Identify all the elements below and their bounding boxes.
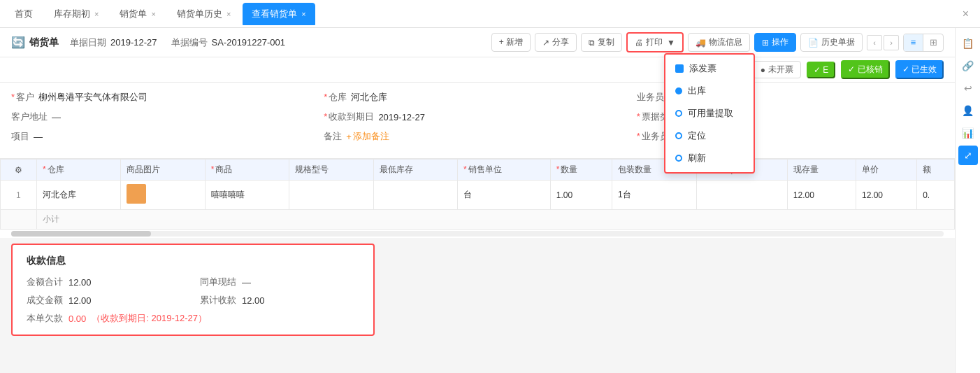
form-row-1: 客户 柳州粤港平安气体有限公司 仓库 河北仓库 业务员 演示账号 [11, 91, 944, 104]
row-warehouse: 河北仓库 [36, 181, 120, 210]
next-button[interactable]: › [884, 35, 899, 50]
effective-status-button[interactable]: ✓ 已生效 [895, 60, 944, 79]
current-owed-label: 本单欠款 [27, 312, 63, 325]
right-sidebar: 📋 🔗 ↩ 👤 📊 ⤢ [955, 28, 980, 373]
tab-inventory-init-close[interactable]: × [94, 10, 99, 18]
print-button[interactable]: 🖨 打印 ▼ [626, 32, 684, 52]
invoice-status-button[interactable]: ● 未开票 [753, 61, 801, 78]
new-button[interactable]: + 新增 [491, 33, 531, 52]
address-field: 客户地址 — [11, 111, 318, 123]
tab-view-sales[interactable]: 查看销货单 × [243, 3, 315, 25]
tab-view-sales-close[interactable]: × [301, 10, 305, 18]
doc-date-value: 2019-12-27 [110, 37, 157, 48]
list-view-button[interactable]: ≡ [904, 34, 923, 51]
tab-sales-order[interactable]: 销货单 × [110, 3, 164, 25]
invoice-status-label: 未开票 [768, 64, 793, 76]
menu-item-available-pickup-label: 可用量提取 [688, 107, 733, 120]
col-min-stock: 最低库存 [373, 160, 457, 181]
check-e-button[interactable]: ✓ E [807, 62, 835, 78]
warehouse-field: 仓库 河北仓库 [324, 91, 630, 104]
scroll-thumb [11, 231, 151, 237]
col-quantity: 数量 [550, 160, 612, 181]
doc-date-label: 单据日期 [70, 36, 106, 49]
share-icon: ↗ [542, 38, 549, 48]
check-icon: ✓ [848, 64, 855, 74]
row-index: 1 [1, 181, 37, 210]
sidebar-link-icon[interactable]: 🔗 [958, 56, 978, 76]
print-dropdown-arrow: ▼ [667, 38, 675, 48]
share-button-label: 分享 [552, 36, 569, 48]
tab-sales-history[interactable]: 销货单历史 × [168, 3, 240, 25]
tab-home[interactable]: 首页 [6, 3, 42, 25]
staff-label: 业务员 [637, 91, 664, 104]
tab-sales-order-label: 销货单 [120, 8, 147, 20]
sidebar-chart-icon[interactable]: 📊 [958, 123, 978, 143]
project-label: 项目 [11, 130, 29, 143]
col-product-img: 商品图片 [121, 160, 205, 181]
note-field: 备注 + 添加备注 [324, 130, 630, 143]
project-field: 项目 — [11, 130, 318, 143]
history-button[interactable]: 📄 历史单据 [800, 33, 863, 52]
prev-button[interactable]: ‹ [867, 35, 882, 50]
check-e-label: ✓ E [814, 65, 828, 75]
verified-label: 已核销 [858, 64, 883, 74]
due-date-value: 2019-12-27 [378, 112, 425, 122]
same-order-label: 同单现结 [200, 276, 236, 288]
col-unit: 销售单位 [457, 160, 550, 181]
menu-item-outbound[interactable]: 出库 [665, 80, 754, 102]
form-row-2: 客户地址 — 收款到期日 2019-12-27 票据类型 不开票 [11, 111, 944, 123]
cumulative-receipt-label: 累计收款 [200, 294, 236, 307]
outbound-icon [675, 87, 682, 94]
add-note-label: 添加备注 [353, 130, 389, 143]
view-toggle: ≡ ⊞ [903, 34, 944, 52]
sales-order-icon: 🔄 [11, 36, 25, 49]
cumulative-receipt-item: 累计收款 12.00 [200, 294, 359, 307]
sidebar-doc-icon[interactable]: 📋 [958, 34, 978, 53]
col-warehouse: 仓库 [36, 160, 120, 181]
row-available [696, 181, 787, 210]
doc-title: 🔄 销货单 [11, 36, 59, 49]
refresh-icon [675, 155, 682, 162]
logistics-button-label: 物流信息 [709, 36, 742, 48]
tab-sales-order-close[interactable]: × [151, 10, 155, 18]
row-product-img [121, 181, 205, 210]
menu-item-refresh-label: 刷新 [688, 152, 706, 164]
customer-field: 客户 柳州粤港平安气体有限公司 [11, 91, 318, 104]
tab-sales-history-label: 销货单历史 [177, 8, 222, 20]
due-date-field: 收款到期日 2019-12-27 [324, 111, 630, 123]
tab-sales-history-close[interactable]: × [226, 10, 231, 18]
copy-button-label: 复制 [598, 36, 614, 48]
add-note-button[interactable]: + 添加备注 [346, 130, 389, 143]
sidebar-return-icon[interactable]: ↩ [958, 78, 978, 98]
window-close-button[interactable]: × [957, 8, 974, 20]
product-image [127, 184, 146, 204]
product-table-wrap: ⚙ 仓库 商品图片 商品 规格型号 最低库存 销售单位 数量 包装数量 可用量 … [0, 159, 955, 238]
transaction-amount-item: 成交金额 12.00 [27, 294, 186, 307]
sidebar-expand-icon[interactable]: ⤢ [958, 146, 978, 165]
menu-item-refresh[interactable]: 刷新 [665, 147, 754, 169]
new-button-label: + 新增 [499, 36, 523, 48]
menu-item-available-pickup[interactable]: 可用量提取 [665, 102, 754, 125]
menu-item-locate-label: 定位 [688, 129, 706, 142]
tab-inventory-init-label: 库存期初 [54, 8, 90, 20]
copy-button[interactable]: ⧉ 复制 [581, 33, 622, 52]
operation-button[interactable]: ⊞ 操作 [754, 33, 796, 52]
current-owed-value: 0.00 [69, 314, 86, 324]
total-amount-value: 12.00 [69, 277, 92, 288]
verified-status-button[interactable]: ✓ 已核销 [841, 60, 889, 79]
sidebar-user-icon[interactable]: 👤 [958, 101, 978, 120]
operation-dropdown-menu: 添发票 出库 可用量提取 定位 [664, 53, 755, 174]
share-button[interactable]: ↗ 分享 [535, 33, 577, 52]
grid-view-button[interactable]: ⊞ [923, 34, 943, 51]
total-amount-label: 金额合计 [27, 276, 63, 288]
menu-item-locate[interactable]: 定位 [665, 125, 754, 147]
available-pickup-icon [675, 110, 682, 117]
logistics-button[interactable]: 🚚 物流信息 [688, 33, 750, 52]
effective-label: 已生效 [911, 64, 937, 74]
summary-grid: 金额合计 12.00 同单现结 — 成交金额 12.00 累计收款 12.00 … [27, 276, 359, 325]
menu-item-outbound-label: 出库 [688, 85, 706, 97]
menu-item-add-invoice[interactable]: 添发票 [665, 57, 754, 80]
form-row-3: 项目 — 备注 + 添加备注 业务员盂 — [11, 130, 944, 143]
tab-inventory-init[interactable]: 库存期初 × [45, 3, 108, 25]
horizontal-scrollbar[interactable] [11, 231, 944, 237]
